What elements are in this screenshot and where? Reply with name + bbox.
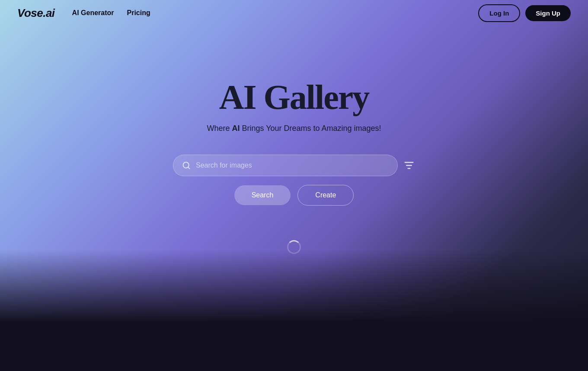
hero-subtitle-bold: AI xyxy=(232,124,240,133)
filter-icon[interactable] xyxy=(403,159,415,171)
logo[interactable]: Vose.ai xyxy=(17,6,55,20)
nav-pricing[interactable]: Pricing xyxy=(127,9,150,17)
bottom-overlay xyxy=(0,250,588,371)
hero-subtitle-suffix: Brings Your Dreams to Amazing images! xyxy=(240,124,381,133)
nav-right: Log In Sign Up xyxy=(478,4,571,22)
nav-left: Vose.ai AI Generator Pricing xyxy=(17,6,150,20)
navbar: Vose.ai AI Generator Pricing Log In Sign… xyxy=(0,0,588,26)
search-bar xyxy=(173,155,398,176)
login-button[interactable]: Log In xyxy=(478,4,520,22)
search-container xyxy=(173,155,415,176)
nav-links: AI Generator Pricing xyxy=(72,9,150,17)
search-icon xyxy=(182,161,191,170)
create-button[interactable]: Create xyxy=(297,185,354,206)
svg-line-1 xyxy=(188,167,190,169)
search-input[interactable] xyxy=(196,162,389,169)
hero-title: AI Gallery xyxy=(219,78,369,117)
hero-subtitle-prefix: Where xyxy=(207,124,232,133)
signup-button[interactable]: Sign Up xyxy=(525,5,571,21)
nav-ai-generator[interactable]: AI Generator xyxy=(72,9,114,17)
buttons-row: Search Create xyxy=(234,185,354,206)
hero-subtitle: Where AI Brings Your Dreams to Amazing i… xyxy=(207,124,381,133)
search-button[interactable]: Search xyxy=(234,185,291,205)
hero-section: AI Gallery Where AI Brings Your Dreams t… xyxy=(0,26,588,254)
